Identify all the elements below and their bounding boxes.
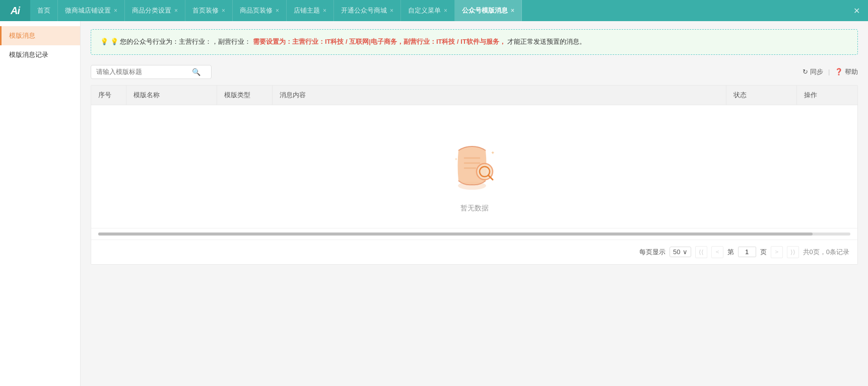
next-page-button[interactable]: ＞ bbox=[771, 246, 783, 258]
sidebar-item-template-message-record[interactable]: 模版消息记录 bbox=[0, 45, 80, 64]
notice-icon: 💡 bbox=[100, 38, 108, 45]
search-input[interactable] bbox=[96, 68, 192, 75]
notice-highlight: 需要设置为：主营行业：IT科技 / 互联网|电子商务，副营行业：IT科技 / I… bbox=[253, 38, 506, 45]
tab-open-wechat-shop-close[interactable]: × bbox=[390, 7, 393, 14]
th-content: 消息内容 bbox=[273, 86, 726, 105]
sidebar-item-template-message-record-label: 模版消息记录 bbox=[9, 51, 48, 58]
tab-custom-menu-label: 自定义菜单 bbox=[408, 6, 441, 15]
tab-custom-menu[interactable]: 自定义菜单 × bbox=[401, 0, 455, 21]
help-icon: ❓ bbox=[835, 68, 843, 75]
sync-button[interactable]: ↻ 同步 bbox=[803, 67, 823, 76]
th-action: 操作 bbox=[797, 86, 857, 105]
refresh-icon: ↻ bbox=[803, 68, 808, 75]
notice-suffix: 才能正常发送预置的消息。 bbox=[507, 38, 586, 45]
last-page-button[interactable]: ⟩⟩ bbox=[787, 246, 799, 258]
scrollbar-thumb[interactable] bbox=[98, 233, 813, 236]
page-number-input[interactable] bbox=[738, 247, 756, 257]
first-page-button[interactable]: ⟨⟨ bbox=[695, 246, 707, 258]
tab-custom-menu-close[interactable]: × bbox=[444, 7, 447, 14]
page-size-label: 每页显示 bbox=[639, 248, 665, 257]
tab-home-decoration-close[interactable]: × bbox=[222, 7, 225, 14]
svg-text:✦: ✦ bbox=[454, 157, 458, 162]
tab-shop-theme[interactable]: 店铺主题 × bbox=[287, 0, 334, 21]
th-type: 模版类型 bbox=[217, 86, 273, 105]
tab-shop-theme-close[interactable]: × bbox=[323, 7, 326, 14]
toolbar-right: ↻ 同步 | ❓ 帮助 bbox=[803, 67, 858, 76]
tab-category-settings[interactable]: 商品分类设置 × bbox=[125, 0, 185, 21]
page-label-suf: 页 bbox=[760, 248, 767, 257]
tab-category-settings-label: 商品分类设置 bbox=[132, 6, 171, 15]
tab-store-settings-close[interactable]: × bbox=[114, 7, 117, 14]
app-logo: Ai bbox=[0, 0, 30, 21]
scrollbar-track[interactable] bbox=[98, 233, 850, 236]
tab-product-decoration-label: 商品页装修 bbox=[240, 6, 273, 15]
tab-product-decoration-close[interactable]: × bbox=[276, 7, 279, 14]
search-input-wrap[interactable]: 🔍 bbox=[91, 65, 212, 79]
tab-bar: Ai 首页 微商城店铺设置 × 商品分类设置 × 首页装修 × 商品页装修 × … bbox=[0, 0, 868, 21]
help-label: 帮助 bbox=[845, 68, 858, 75]
th-name: 模版名称 bbox=[126, 86, 217, 105]
table-header: 序号 模版名称 模版类型 消息内容 状态 操作 bbox=[91, 86, 857, 105]
svg-text:✦: ✦ bbox=[491, 150, 495, 156]
tab-store-settings[interactable]: 微商城店铺设置 × bbox=[58, 0, 125, 21]
tab-home-label: 首页 bbox=[37, 6, 50, 15]
scrollbar-row[interactable] bbox=[91, 228, 857, 240]
tab-shop-theme-label: 店铺主题 bbox=[294, 6, 320, 15]
notice-banner: 💡 💡 您的公众号行业为：主营行业：，副营行业： 需要设置为：主营行业：IT科技… bbox=[91, 29, 858, 55]
page-size-select[interactable]: 50 ∨ bbox=[670, 247, 691, 257]
pagination-bar: 每页显示 50 ∨ ⟨⟨ ＜ 第 页 ＞ ⟩⟩ 共0页，0条记录 bbox=[91, 240, 857, 264]
sidebar-item-template-message-label: 模版消息 bbox=[9, 32, 35, 39]
chevron-down-icon: ∨ bbox=[683, 248, 688, 256]
tab-wechat-template-close[interactable]: × bbox=[511, 7, 514, 14]
tab-open-wechat-shop-label: 开通公众号商城 bbox=[341, 6, 387, 15]
tab-wechat-template[interactable]: 公众号模版消息 × bbox=[455, 0, 522, 21]
page-size-value: 50 bbox=[673, 248, 680, 256]
page-label-pre: 第 bbox=[727, 248, 734, 257]
total-label: 共0页，0条记录 bbox=[803, 248, 849, 257]
empty-state: ✦ ✦ 暂无数据 bbox=[91, 105, 857, 228]
tab-home-decoration[interactable]: 首页装修 × bbox=[185, 0, 233, 21]
toolbar-divider: | bbox=[828, 68, 830, 75]
tab-store-settings-label: 微商城店铺设置 bbox=[65, 6, 111, 15]
help-button[interactable]: ❓ 帮助 bbox=[835, 67, 858, 76]
search-bar: 🔍 ↻ 同步 | ❓ 帮助 bbox=[91, 65, 858, 79]
tab-home-decoration-label: 首页装修 bbox=[192, 6, 219, 15]
notice-prefix: 💡 您的公众号行业为：主营行业：，副营行业： bbox=[110, 38, 251, 45]
global-close-button[interactable]: ✕ bbox=[845, 6, 868, 16]
search-icon[interactable]: 🔍 bbox=[192, 68, 201, 76]
prev-page-button[interactable]: ＜ bbox=[711, 246, 723, 258]
empty-illustration: ✦ ✦ bbox=[444, 135, 505, 196]
tab-open-wechat-shop[interactable]: 开通公众号商城 × bbox=[334, 0, 401, 21]
layout: 模版消息 模版消息记录 💡 💡 您的公众号行业为：主营行业：，副营行业： 需要设… bbox=[0, 21, 868, 386]
th-status: 状态 bbox=[726, 86, 797, 105]
empty-text: 暂无数据 bbox=[460, 204, 489, 213]
tab-category-settings-close[interactable]: × bbox=[174, 7, 178, 14]
sync-label: 同步 bbox=[810, 68, 823, 75]
tab-home[interactable]: 首页 bbox=[30, 0, 58, 21]
sidebar-item-template-message[interactable]: 模版消息 bbox=[0, 26, 80, 45]
sidebar: 模版消息 模版消息记录 bbox=[0, 21, 81, 386]
main-content: 💡 💡 您的公众号行业为：主营行业：，副营行业： 需要设置为：主营行业：IT科技… bbox=[81, 21, 868, 386]
tab-product-decoration[interactable]: 商品页装修 × bbox=[233, 0, 287, 21]
table-wrap: 序号 模版名称 模版类型 消息内容 状态 操作 bbox=[91, 85, 858, 265]
th-index: 序号 bbox=[91, 86, 126, 105]
tab-wechat-template-label: 公众号模版消息 bbox=[462, 6, 508, 15]
